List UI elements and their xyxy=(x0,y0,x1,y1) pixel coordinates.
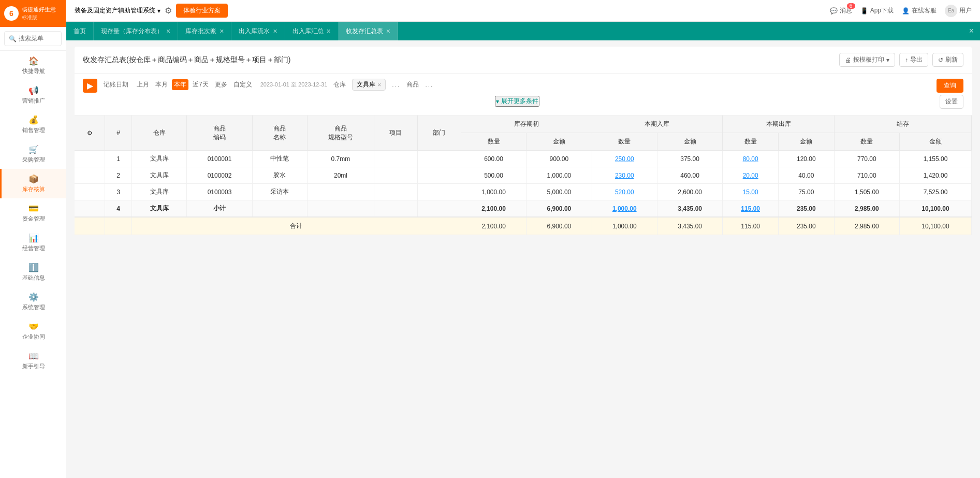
sidebar-item-inventory[interactable]: 📦 库存核算 xyxy=(0,169,66,198)
date-label: 记账日期 xyxy=(104,80,128,89)
filter-toggle-button[interactable]: ▶ xyxy=(83,79,97,93)
tab-flow-close[interactable]: × xyxy=(273,27,277,35)
basic-icon: ℹ️ xyxy=(28,263,39,272)
refresh-button[interactable]: ↺ 刷新 xyxy=(932,53,963,67)
th-in-qty: 数量 xyxy=(592,133,657,151)
td-init-amt-3: 5,000.00 xyxy=(526,184,592,200)
inventory-label: 库存核算 xyxy=(22,185,45,193)
td-num-3: 3 xyxy=(105,184,132,200)
search-menu-button[interactable]: 🔍 搜索菜单 xyxy=(4,31,62,46)
tab-home[interactable]: 首页 xyxy=(66,22,94,40)
tab-bar-close-all[interactable]: × xyxy=(963,26,980,36)
tab-batch-close[interactable]: × xyxy=(220,27,224,35)
table-row: 1 文具库 0100001 中性笔 0.7mm 600.00 900.00 25… xyxy=(75,151,972,167)
td-subtotal-out-qty[interactable]: 115.00 xyxy=(723,200,779,218)
sidebar-item-purchase[interactable]: 🛒 采购管理 xyxy=(0,139,66,169)
td-total-empty xyxy=(105,217,132,235)
marketing-icon: 📢 xyxy=(28,85,39,95)
sidebar-item-guide[interactable]: 📖 新手引导 xyxy=(0,346,66,375)
tab-batch[interactable]: 库存批次账 × xyxy=(178,22,231,40)
td-out-qty-1[interactable]: 80.00 xyxy=(723,151,779,167)
date-btn-lastmonth[interactable]: 上月 xyxy=(135,79,151,90)
th-settings[interactable]: ⚙ xyxy=(75,115,105,151)
dropdown-icon: ▾ xyxy=(157,7,160,15)
td-in-qty-2[interactable]: 230.00 xyxy=(592,167,657,184)
td-init-amt-1: 900.00 xyxy=(526,151,592,167)
sidebar-item-system[interactable]: ⚙️ 系统管理 xyxy=(0,287,66,316)
td-in-qty-3[interactable]: 520.00 xyxy=(592,184,657,200)
date-btn-7days[interactable]: 近7天 xyxy=(191,79,211,90)
td-out-qty-3[interactable]: 15.00 xyxy=(723,184,779,200)
date-range-display: 2023-01-01 至 2023-12-31 xyxy=(260,81,328,89)
date-btn-custom[interactable]: 自定义 xyxy=(231,79,254,90)
filter-main-row: ▶ 记账日期 上月 本月 本年 近7天 更多 自定义 xyxy=(83,79,963,110)
sidebar-item-finance[interactable]: 💳 资金管理 xyxy=(0,198,66,228)
tab-summary-inout[interactable]: 出入库汇总 × xyxy=(285,22,339,40)
system-title[interactable]: 装备及固定资产辅助管理系统 ▾ xyxy=(75,6,160,15)
tab-summary-inout-label: 出入库汇总 xyxy=(292,27,324,36)
goods-dots[interactable]: ... xyxy=(425,81,433,89)
avatar: Ea xyxy=(945,5,957,17)
user-item[interactable]: Ea 用户 xyxy=(945,5,972,17)
td-out-qty-2[interactable]: 20.00 xyxy=(723,167,779,184)
date-btn-more[interactable]: 更多 xyxy=(213,79,229,90)
table-wrap: ⚙ # 仓库 商品编码 商品名称 商品规格型号 项目 部门 库存期初 本期入库 … xyxy=(75,115,972,235)
td-subtotal-in-amt: 3,435.00 xyxy=(657,200,722,218)
tab-summary-inout-close[interactable]: × xyxy=(327,27,331,35)
try-btn[interactable]: 体验行业方案 xyxy=(176,4,228,18)
td-subtotal-init-amt: 6,900.00 xyxy=(526,200,592,218)
message-item[interactable]: 💬 消息 6 xyxy=(830,6,852,15)
app-download-item[interactable]: 📱 App下载 xyxy=(860,6,894,15)
warehouse-dots[interactable]: ... xyxy=(392,81,400,89)
shortcut-icon: 🏠 xyxy=(28,56,39,66)
tab-inventory-dist[interactable]: 现存量（库存分布表） × xyxy=(94,22,178,40)
expand-more-button[interactable]: ▾ 展开更多条件 xyxy=(495,96,539,107)
online-service-item[interactable]: 👤 在线客服 xyxy=(902,6,937,15)
th-out: 本期出库 xyxy=(723,115,834,133)
tab-receive-send-close[interactable]: × xyxy=(386,27,390,35)
td-dept-3 xyxy=(417,184,461,200)
tab-flow[interactable]: 出入库流水 × xyxy=(231,22,285,40)
th-code: 商品编码 xyxy=(187,115,252,151)
warehouse-tag-close[interactable]: × xyxy=(377,81,381,89)
total-row: 合计 2,100.00 6,900.00 1,000.00 3,435.00 1… xyxy=(75,217,972,235)
purchase-icon: 🛒 xyxy=(28,144,39,154)
th-balance: 结存 xyxy=(834,115,971,133)
td-init-qty-3: 1,000.00 xyxy=(461,184,526,200)
guide-label: 新手引导 xyxy=(22,363,45,370)
th-num: # xyxy=(105,115,132,151)
sidebar-item-basic[interactable]: ℹ️ 基础信息 xyxy=(0,257,66,287)
td-subtotal-in-qty[interactable]: 1,000.00 xyxy=(592,200,657,218)
printer-icon: 🖨 xyxy=(845,56,851,64)
tab-inventory-dist-close[interactable]: × xyxy=(166,27,170,35)
filter-container: ▶ 记账日期 上月 本月 本年 近7天 更多 自定义 xyxy=(75,74,972,115)
th-init-amt: 金额 xyxy=(526,133,592,151)
sidebar-item-shortcut[interactable]: 🏠 快捷导航 xyxy=(0,51,66,80)
tab-receive-send[interactable]: 收发存汇总表 × xyxy=(339,22,398,40)
gear-icon[interactable]: ⚙ xyxy=(165,6,172,16)
system-label: 系统管理 xyxy=(22,303,45,311)
export-icon: ↑ xyxy=(905,56,908,64)
inventory-icon: 📦 xyxy=(28,174,39,184)
print-button[interactable]: 🖨 按模板打印 ▾ xyxy=(839,53,895,67)
export-button[interactable]: ↑ 导出 xyxy=(899,53,928,67)
print-dropdown-icon: ▾ xyxy=(886,56,889,64)
td-subtotal-check xyxy=(75,200,105,218)
set-button[interactable]: 设置 xyxy=(940,95,963,109)
td-total-bal-amt: 10,100.00 xyxy=(900,217,972,235)
warehouse-tag[interactable]: 文具库 × xyxy=(352,79,386,91)
expand-label: 展开更多条件 xyxy=(501,97,538,106)
td-subtotal-label: 小计 xyxy=(187,200,252,218)
td-in-qty-1[interactable]: 250.00 xyxy=(592,151,657,167)
query-button[interactable]: 查询 xyxy=(937,79,963,93)
sidebar-item-sales[interactable]: 💰 销售管理 xyxy=(0,110,66,139)
td-project-2 xyxy=(374,167,417,184)
date-btn-thisyear[interactable]: 本年 xyxy=(172,79,188,90)
sidebar-item-operations[interactable]: 📊 经营管理 xyxy=(0,228,66,257)
sidebar-item-marketing[interactable]: 📢 营销推广 xyxy=(0,80,66,110)
date-btn-thismonth[interactable]: 本月 xyxy=(153,79,170,90)
warehouse-tag-text: 文具库 xyxy=(357,80,375,89)
td-project-1 xyxy=(374,151,417,167)
logo-icon: 6 xyxy=(4,6,19,21)
sidebar-item-enterprise[interactable]: 🤝 企业协同 xyxy=(0,316,66,346)
